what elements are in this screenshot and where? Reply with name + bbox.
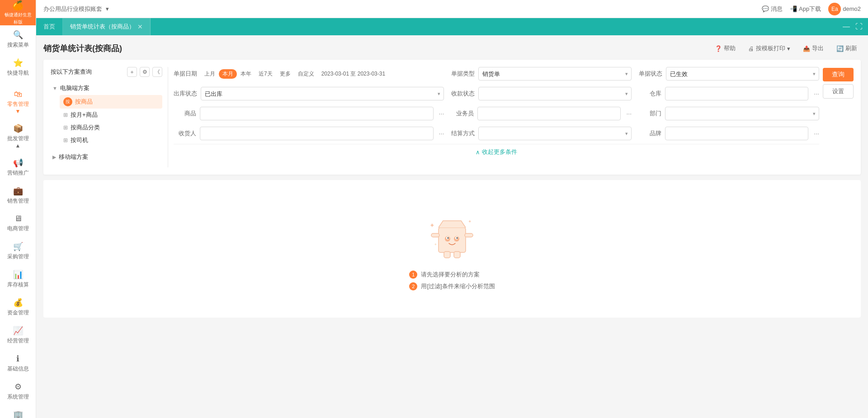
- refresh-btn[interactable]: 🔄 刷新: [833, 43, 861, 54]
- tab-minimize-btn[interactable]: —: [843, 23, 850, 31]
- tip-num-1: 1: [409, 271, 417, 279]
- filter-row-4: 收货人 ··· 结算方式: [174, 127, 819, 140]
- filter-field-receipt-status: 收款状态: [451, 87, 632, 100]
- tree-child-by-category[interactable]: ⊞ 按商品分类: [60, 121, 162, 134]
- help-btn[interactable]: ❓ 帮助: [711, 43, 739, 54]
- template-print-btn[interactable]: 🖨 按模板打印 ▾: [745, 43, 794, 54]
- tree-parent-mobile-label: 移动端方案: [59, 153, 88, 161]
- sidebar-item-enterprise[interactable]: 🏢 企业协同: [0, 405, 36, 418]
- sidebar-item-basic[interactable]: ℹ 基础信息: [0, 349, 36, 377]
- sidebar-item-wholesale[interactable]: 📦 批发管理 ▲: [0, 119, 36, 153]
- retail-icon: 🛍: [14, 90, 22, 99]
- out-status-select[interactable]: 已出库: [201, 87, 444, 100]
- date-pick-more[interactable]: 更多: [276, 69, 294, 79]
- consignee-input[interactable]: [200, 127, 434, 140]
- date-filter-wrapper: 上月 本月 本年 近7天 更多 自定义 2: [201, 69, 444, 79]
- date-pick-year[interactable]: 本年: [237, 69, 255, 79]
- add-scheme-btn[interactable]: ＋: [127, 67, 137, 77]
- consignee-dots-btn[interactable]: ···: [439, 130, 444, 137]
- user-menu[interactable]: Ea demo2: [828, 3, 861, 15]
- receipt-status-select[interactable]: [478, 87, 632, 100]
- tab-home[interactable]: 首页: [36, 18, 63, 35]
- tree-parent-desktop[interactable]: ▼ 电脑端方案: [51, 81, 162, 95]
- date-pick-custom[interactable]: 自定义: [294, 69, 318, 79]
- purchase-icon: 🛒: [13, 242, 23, 252]
- sidebar-item-search[interactable]: 🔍 搜索菜单: [0, 25, 36, 53]
- by-month-goods-label: 按月+商品: [71, 111, 98, 119]
- settings-btn-label: 设置: [832, 88, 844, 95]
- sidebar-item-finance-label: 资金管理: [7, 309, 29, 317]
- tab-bar: 首页 销货单统计表（按商品） ✕ — ⛶: [36, 18, 868, 35]
- date-pick-current-month[interactable]: 本月: [219, 69, 237, 79]
- app-download-btn[interactable]: 📲 App下载: [790, 5, 821, 13]
- doc-status-select[interactable]: 已生效: [666, 67, 819, 81]
- svg-text:✦: ✦: [429, 222, 435, 229]
- tab-sales-stat[interactable]: 销货单统计表（按商品） ✕: [63, 18, 151, 35]
- warehouse-dots-btn[interactable]: ···: [814, 90, 819, 97]
- tree-child-by-month-goods[interactable]: ⊞ 按月+商品: [60, 109, 162, 121]
- department-label: 部门: [639, 109, 661, 118]
- tree-child-by-goods[interactable]: 按 按商品: [60, 95, 162, 109]
- query-btn[interactable]: 查询: [823, 68, 854, 81]
- brand-input-wrapper: [665, 127, 808, 140]
- sidebar-item-ecommerce[interactable]: 🖥 电商管理: [0, 209, 36, 237]
- sidebar-item-purchase[interactable]: 🛒 采购管理: [0, 237, 36, 265]
- tab-maximize-btn[interactable]: ⛶: [855, 23, 863, 31]
- tip-text-2: 用[过滤]条件来缩小分析范围: [421, 282, 495, 290]
- date-pick-7days[interactable]: 近7天: [255, 69, 276, 79]
- filter-field-consignee: 收货人 ···: [174, 127, 444, 140]
- settlement-select[interactable]: [478, 127, 632, 140]
- date-quick-picks: 上月 本月 本年 近7天 更多 自定义: [201, 69, 318, 79]
- tree-parent-mobile[interactable]: ▶ 移动端方案: [51, 150, 162, 164]
- warehouse-input[interactable]: [665, 87, 808, 100]
- collapse-bar[interactable]: ∧ 收起更多条件: [174, 144, 819, 160]
- tree-parent-desktop-label: 电脑端方案: [60, 84, 90, 92]
- goods-input[interactable]: [200, 107, 434, 120]
- export-btn[interactable]: 📤 导出: [799, 43, 827, 54]
- salesperson-dots-btn[interactable]: ···: [626, 110, 632, 117]
- sidebar-item-operations[interactable]: 📈 经营管理: [0, 321, 36, 349]
- goods-dots-btn[interactable]: ···: [439, 110, 444, 117]
- sidebar-item-marketing-label: 营销推广: [7, 169, 29, 177]
- sidebar-item-inventory[interactable]: 📊 库存核算: [0, 265, 36, 293]
- sidebar-item-operations-label: 经营管理: [7, 337, 29, 345]
- sidebar-item-retail[interactable]: 🛍 零售管理 ▼: [0, 85, 36, 119]
- filter-field-goods: 商品 ···: [174, 107, 444, 120]
- help-icon: ❓: [715, 45, 722, 52]
- search-menu-icon: 🔍: [13, 30, 23, 40]
- sidebar-item-wholesale-label: 批发管理: [7, 135, 29, 142]
- filter-field-warehouse: 仓库 ···: [639, 87, 819, 100]
- empty-tip-2: 2 用[过滤]条件来缩小分析范围: [409, 282, 495, 290]
- breadcrumb-arrow: ▾: [106, 5, 109, 12]
- brand-dots-btn[interactable]: ···: [814, 130, 819, 137]
- sidebar-item-marketing[interactable]: 📢 营销推广: [0, 153, 36, 181]
- out-status-select-wrapper: 已出库: [201, 87, 444, 100]
- empty-illustration: ✦ ✦ ✦: [425, 207, 479, 261]
- settings-btn[interactable]: 设置: [823, 84, 854, 99]
- logo-icon: 🍊: [12, 0, 24, 11]
- doc-status-select-wrapper: 已生效: [666, 67, 819, 81]
- out-status-label: 出库状态: [174, 90, 197, 98]
- salesperson-input[interactable]: [477, 107, 621, 120]
- collapse-panel-btn[interactable]: 《: [152, 67, 162, 77]
- by-goods-icon: 按: [63, 97, 72, 106]
- settings-scheme-btn[interactable]: ⚙: [140, 67, 150, 77]
- message-label: 消息: [771, 5, 783, 13]
- sidebar-item-quick-nav[interactable]: ⭐ 快捷导航: [0, 53, 36, 81]
- sidebar-item-basic-label: 基础信息: [7, 365, 29, 373]
- tab-close-icon[interactable]: ✕: [137, 23, 143, 30]
- svg-rect-8: [465, 233, 473, 237]
- department-select[interactable]: [665, 107, 819, 120]
- doc-type-select[interactable]: 销货单: [478, 67, 632, 81]
- sidebar-item-finance[interactable]: 💰 资金管理: [0, 293, 36, 321]
- page-title: 销货单统计表(按商品): [43, 43, 122, 54]
- receipt-status-select-wrapper: [478, 87, 632, 100]
- message-btn[interactable]: 💬 消息: [762, 5, 783, 13]
- tree-child-by-driver[interactable]: ⊞ 按司机: [60, 134, 162, 147]
- panel-header-title: 按以下方案查询: [51, 68, 92, 76]
- date-pick-last-month[interactable]: 上月: [201, 69, 219, 79]
- sidebar-item-system[interactable]: ⚙ 系统管理: [0, 377, 36, 405]
- brand-input[interactable]: [665, 127, 808, 140]
- sidebar-item-sales[interactable]: 💼 销售管理: [0, 181, 36, 209]
- by-month-grid-icon: ⊞: [63, 112, 68, 118]
